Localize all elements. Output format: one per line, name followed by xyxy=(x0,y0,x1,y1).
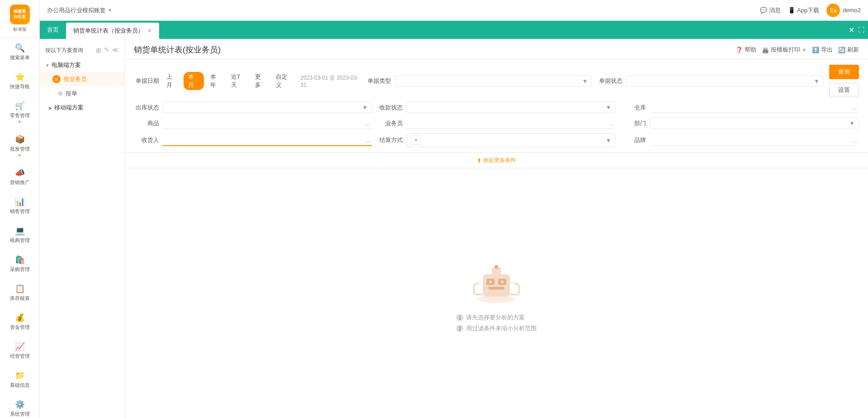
settings-button[interactable]: 设置 xyxy=(829,83,859,97)
export-button[interactable]: ⬆️ 导出 xyxy=(812,46,833,54)
doc-type-select[interactable]: ▼ xyxy=(395,76,592,87)
edit-scheme-button[interactable]: ✎ xyxy=(104,46,109,55)
sidebar-item-quick-nav[interactable]: ⭐ 快捷导航 xyxy=(0,66,39,95)
settlement-tag-close[interactable]: ✕ xyxy=(414,137,418,143)
tab-home[interactable]: 首页 xyxy=(40,21,66,39)
svg-rect-8 xyxy=(495,265,498,269)
sidebar-item-label: 销售管理 xyxy=(10,208,30,215)
department-dropdown-icon: ▼ xyxy=(849,120,855,127)
warehouse-dots[interactable]: ... xyxy=(852,104,857,111)
settlement-select[interactable]: ✕ ▼ xyxy=(406,133,616,147)
topbar: 办公用品行业模拟账套 ▼ 💬 消息 📱 App下载 Ea demo2 xyxy=(40,0,868,21)
refresh-button[interactable]: 🔄 刷新 xyxy=(838,46,859,54)
sidebar-item-search[interactable]: 🔍 搜索菜单 xyxy=(0,38,39,66)
scheme-icon-salesman: 按 xyxy=(52,75,61,83)
sidebar-item-basic[interactable]: 📁 基础信息 xyxy=(0,365,39,394)
workspace-selector[interactable]: 办公用品行业模拟账套 ▼ xyxy=(47,6,112,14)
date-last-7[interactable]: 近7天 xyxy=(227,72,249,90)
sidebar-item-finance[interactable]: 💰 资金管理 xyxy=(0,307,39,336)
sidebar-item-sales[interactable]: 📊 销售管理 xyxy=(0,191,39,220)
message-label: 消息 xyxy=(769,6,781,14)
message-button[interactable]: 💬 消息 xyxy=(760,6,781,14)
user-menu[interactable]: Ea demo2 xyxy=(826,4,861,17)
department-select[interactable]: ▼ xyxy=(650,118,859,129)
message-icon: 💬 xyxy=(760,7,767,14)
consignee-input[interactable] xyxy=(165,137,365,143)
settlement-label: 结算方式 xyxy=(377,136,403,144)
payment-status-select[interactable]: ▼ xyxy=(406,102,616,113)
svg-rect-4 xyxy=(488,287,505,290)
page-title: 销货单统计表(按业务员) xyxy=(134,44,221,55)
consignee-dots[interactable]: ... xyxy=(365,137,370,143)
tab-sales-report[interactable]: 销货单统计表（按业务员） ✕ xyxy=(66,23,159,39)
sidebar-item-label: 资金管理 xyxy=(10,324,30,331)
sidebar-item-ecommerce[interactable]: 💻 电商管理 xyxy=(0,220,39,249)
left-panel-header: 按以下方案查询 ⊕ ✎ ≪ xyxy=(40,43,124,58)
tabbar: 首页 销货单统计表（按业务员） ✕ ✕ ⛶ xyxy=(40,21,868,39)
brand-label: 品牌 xyxy=(621,136,646,144)
tab-maximize-icon[interactable]: ⛶ xyxy=(858,26,864,33)
date-last-month[interactable]: 上月 xyxy=(163,72,181,90)
settlement-cell: 结算方式 ✕ ▼ xyxy=(377,133,616,147)
scheme-item-by-salesman[interactable]: 按 按业务员 xyxy=(40,72,124,86)
sidebar-item-label: 搜索菜单 xyxy=(10,54,30,61)
left-panel-actions: ⊕ ✎ ≪ xyxy=(95,46,119,55)
print-button[interactable]: 🖨️ 按模板打印 ▼ xyxy=(762,46,807,54)
payment-status-label: 收款状态 xyxy=(377,104,403,112)
department-label: 部门 xyxy=(621,119,646,128)
sidebar-item-operation[interactable]: 📈 经营管理 xyxy=(0,336,39,365)
tip-num-1: 1 xyxy=(456,314,463,321)
sidebar-item-label: 系统管理 xyxy=(10,411,30,418)
sidebar-item-label: 营销推广 xyxy=(10,179,30,186)
date-filter-cell: 单据日期 上月 本月 本年 近7天 更多 自定义 2023-03-01 至 20… xyxy=(134,72,360,90)
retail-icon: 🛒 xyxy=(15,101,25,111)
app-download-button[interactable]: 📱 App下载 xyxy=(788,6,819,14)
scheme-item-by-order[interactable]: ⚙ 按单 xyxy=(40,86,124,101)
brand-cell: 品牌 ... xyxy=(621,135,859,146)
sidebar-item-wholesale[interactable]: 📦 批发管理 ▲ xyxy=(0,129,39,162)
tab-close-icon[interactable]: ✕ xyxy=(147,28,152,34)
sidebar-item-system[interactable]: ⚙️ 系统管理 xyxy=(0,394,39,418)
sidebar-item-purchase[interactable]: 🛍️ 采购管理 xyxy=(0,249,39,278)
doc-status-select[interactable]: ▼ xyxy=(626,76,824,87)
tab-minimize-icon[interactable]: ✕ xyxy=(849,26,854,34)
help-button[interactable]: ❓ 帮助 xyxy=(736,46,756,54)
scheme-group-pc-title[interactable]: ▼ 电脑端方案 xyxy=(40,58,124,72)
collapse-bar[interactable]: ⬆ 收起更多条件 xyxy=(125,153,868,168)
app-download-label: App下载 xyxy=(797,6,819,14)
sidebar-item-retail[interactable]: 🛒 零售管理 ▲ xyxy=(0,95,39,129)
left-panel-title: 按以下方案查询 xyxy=(45,47,83,54)
goods-dots[interactable]: ... xyxy=(365,120,370,127)
workspace-dropdown-icon: ▼ xyxy=(108,8,112,13)
date-more[interactable]: 更多 xyxy=(251,72,269,90)
tip-num-2: 2 xyxy=(456,325,463,332)
shipment-status-dropdown-icon: ▼ xyxy=(362,104,368,111)
date-this-month[interactable]: 本月 xyxy=(184,72,203,90)
add-scheme-button[interactable]: ⊕ xyxy=(95,46,101,55)
sidebar-item-label: 批发管理 xyxy=(10,146,30,152)
collapse-panel-button[interactable]: ≪ xyxy=(112,46,119,55)
left-panel: 按以下方案查询 ⊕ ✎ ≪ ▼ 电脑端方案 按 按业务员 xyxy=(40,39,125,418)
date-this-year[interactable]: 本年 xyxy=(207,72,225,90)
wholesale-expand-arrow: ▲ xyxy=(18,152,22,157)
query-button[interactable]: 查询 xyxy=(829,65,859,79)
sidebar-item-marketing[interactable]: 📣 营销推广 xyxy=(0,162,39,191)
salesman-dots[interactable]: ... xyxy=(609,120,613,127)
doc-type-filter-cell: 单据类型 ▼ xyxy=(366,76,592,87)
doc-status-label: 单据状态 xyxy=(597,77,623,85)
date-custom[interactable]: 自定义 xyxy=(272,72,296,90)
svg-rect-1 xyxy=(483,274,510,297)
shipment-status-select[interactable]: ▼ xyxy=(163,102,372,113)
sidebar-item-inventory[interactable]: 📋 库存核算 xyxy=(0,278,39,307)
scheme-group-mobile-title[interactable]: ▶ 移动端方案 xyxy=(40,101,124,114)
operation-icon: 📈 xyxy=(15,342,25,352)
doc-type-label: 单据类型 xyxy=(366,77,391,85)
logo-icon: 畅捷通好生意 xyxy=(10,5,30,24)
help-label: 帮助 xyxy=(745,46,756,54)
brand-dots[interactable]: ... xyxy=(852,137,857,143)
content-area: 按以下方案查询 ⊕ ✎ ≪ ▼ 电脑端方案 按 按业务员 xyxy=(40,39,868,418)
sidebar-item-label: 经营管理 xyxy=(10,353,30,360)
sidebar-logo[interactable]: 畅捷通好生意 标准版 xyxy=(0,0,39,38)
collapse-icon: ⬆ xyxy=(477,157,481,164)
doc-type-dropdown-icon: ▼ xyxy=(582,78,588,85)
